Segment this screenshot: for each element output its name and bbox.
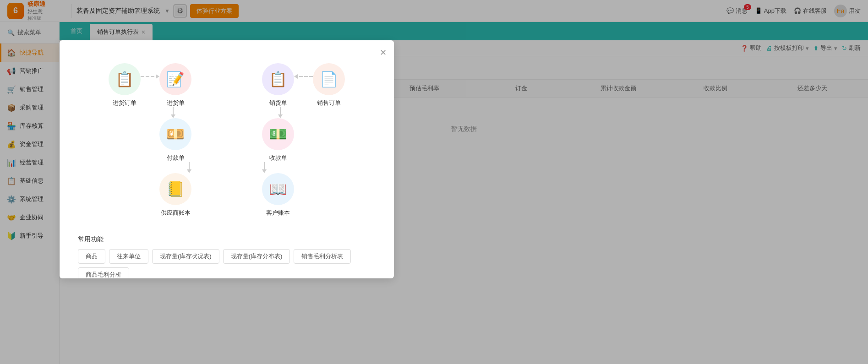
customer-ledger-node: 📖 客户账本 [262,173,294,217]
common-functions-row1: 商品 往来单位 现存量(库存状况表) 现存量(库存分布表) 销售毛利分析表 商品… [78,249,376,278]
v-arrow-down-4 [262,162,267,173]
modal-overlay[interactable]: ✕ 📋 进货订单 [0,0,868,364]
h-connector-1 [141,63,159,79]
purchase-order-label: 进货订单 [113,99,136,107]
func-btn-product[interactable]: 商品 [78,249,105,264]
supplier-ledger-wrapper: 📒 供应商账本 [109,173,191,217]
v-arrow-down-2 [187,162,191,173]
supplier-ledger-label: 供应商账本 [161,209,191,217]
receipt-node-wrapper: 💵 收款单 [262,118,345,162]
purchase-receipt-node: 📝 进货单 [159,63,191,107]
purchase-flow-section: 📋 进货订单 📝 进货单 [109,63,191,217]
sales-flow-section: 📋 销货单 📄 销售订单 [262,63,345,217]
receipt-node: 💵 收款单 [262,118,294,162]
func-btn-stock-status[interactable]: 现存量(库存状况表) [152,249,219,264]
payment-circle: 💴 [159,118,191,150]
customer-ledger-wrapper: 📖 客户账本 [262,173,345,217]
flow-modal: ✕ 📋 进货订单 [60,40,394,278]
modal-close-button[interactable]: ✕ [380,48,387,58]
purchase-order-circle: 📋 [109,63,141,95]
payment-node: 💴 付款单 [159,118,191,162]
func-btn-partner[interactable]: 往来单位 [109,249,148,264]
func-btn-sales-gross[interactable]: 销售毛利分析表 [294,249,351,264]
sales-invoice-label: 销售订单 [317,99,341,107]
payment-node-wrapper: 💴 付款单 [109,118,191,162]
customer-ledger-label: 客户账本 [266,209,290,217]
purchase-order-node: 📋 进货订单 [109,63,141,107]
v-arrow-down-3 [278,107,283,118]
purchase-receipt-label: 进货单 [167,99,185,107]
func-btn-product-gross[interactable]: 商品毛利分析 [78,267,129,278]
common-functions-section: 常用功能 商品 往来单位 现存量(库存状况表) 现存量(库存分布表) 销售毛利分… [78,235,376,278]
dashes-1 [141,74,159,79]
sales-order-circle: 📋 [262,63,294,95]
func-btn-stock-dist[interactable]: 现存量(库存分布表) [223,249,290,264]
common-functions-title: 常用功能 [78,235,376,244]
supplier-ledger-node: 📒 供应商账本 [159,173,191,217]
v-arrow-sales [262,107,345,118]
sales-order-label: 销货单 [269,99,287,107]
customer-ledger-circle: 📖 [262,173,294,205]
v-arrow-payment [109,162,191,173]
flow-diagram: 📋 进货订单 📝 进货单 [78,54,376,231]
purchase-flow-row: 📋 进货订单 📝 进货单 [109,63,191,107]
purchase-receipt-circle: 📝 [159,63,191,95]
receipt-circle: 💵 [262,118,294,150]
sales-invoice-node: 📄 销售订单 [313,63,345,107]
v-arrow-receipt [262,162,345,173]
sales-order-node: 📋 销货单 [262,63,294,107]
sales-flow-row: 📋 销货单 📄 销售订单 [262,63,345,107]
supplier-ledger-circle: 📒 [159,173,191,205]
h-connector-2 [294,63,313,79]
dashes-2 [294,74,313,79]
sales-invoice-circle: 📄 [313,63,345,95]
payment-label: 付款单 [167,154,185,162]
v-arrow-purchase [109,107,191,118]
receipt-label: 收款单 [269,154,287,162]
v-arrow-down-1 [171,107,175,118]
